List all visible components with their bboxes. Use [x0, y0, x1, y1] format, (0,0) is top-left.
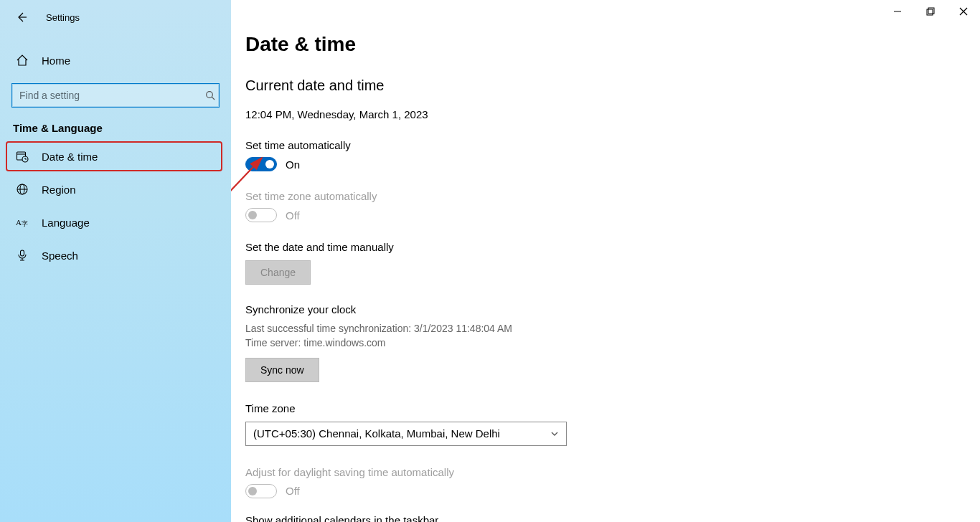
- sidebar-item-speech[interactable]: Speech: [0, 239, 231, 272]
- window-controls: [881, 0, 980, 23]
- search-input[interactable]: [12, 90, 202, 101]
- time-zone-value: (UTC+05:30) Chennai, Kolkata, Mumbai, Ne…: [253, 427, 500, 440]
- dst-state: Off: [286, 485, 300, 497]
- set-time-auto-label: Set time automatically: [245, 139, 966, 151]
- sidebar-item-date-time[interactable]: Date & time: [6, 141, 222, 171]
- set-tz-auto-toggle: [245, 208, 277, 222]
- sidebar-home-label: Home: [42, 54, 70, 67]
- sidebar-item-home[interactable]: Home: [0, 44, 231, 76]
- page-title: Date & time: [245, 33, 966, 56]
- microphone-icon: [16, 249, 29, 262]
- current-datetime-heading: Current date and time: [245, 77, 966, 94]
- svg-rect-11: [21, 250, 24, 256]
- sidebar-item-language[interactable]: A字 Language: [0, 206, 231, 239]
- calendar-clock-icon: [16, 150, 29, 163]
- sidebar-item-label: Language: [42, 217, 90, 229]
- search-icon: [202, 90, 219, 100]
- sidebar-item-label: Speech: [42, 250, 78, 262]
- additional-calendars-label: Show additional calendars in the taskbar: [245, 514, 966, 522]
- globe-icon: [16, 183, 29, 196]
- svg-point-1: [207, 92, 213, 98]
- sync-server: Time server: time.windows.com: [245, 336, 966, 350]
- maximize-button[interactable]: [914, 0, 947, 23]
- svg-text:A: A: [16, 218, 22, 227]
- additional-calendars-section: Show additional calendars in the taskbar: [245, 514, 966, 522]
- time-zone-section: Time zone (UTC+05:30) Chennai, Kolkata, …: [245, 402, 966, 446]
- close-button[interactable]: [947, 0, 980, 23]
- set-tz-auto-state: Off: [286, 209, 300, 222]
- sidebar-item-region[interactable]: Region: [0, 173, 231, 206]
- set-manual-label: Set the date and time manually: [245, 241, 966, 253]
- svg-line-2: [212, 97, 215, 100]
- set-tz-auto-label: Set time zone automatically: [245, 190, 966, 202]
- titlebar-left: Settings: [0, 4, 231, 30]
- sync-clock-section: Synchronize your clock Last successful t…: [245, 303, 966, 382]
- dst-label: Adjust for daylight saving time automati…: [245, 466, 966, 478]
- search-wrap: [0, 76, 231, 108]
- app-root: Settings Home Time & Language Date & tim…: [0, 0, 980, 522]
- search-box[interactable]: [11, 83, 220, 108]
- sidebar: Settings Home Time & Language Date & tim…: [0, 0, 231, 522]
- sync-now-button[interactable]: Sync now: [245, 358, 319, 382]
- svg-rect-13: [927, 9, 933, 15]
- svg-text:字: 字: [22, 220, 28, 227]
- main-panel: Date & time Current date and time 12:04 …: [231, 0, 980, 522]
- chevron-down-icon: [550, 430, 559, 438]
- sync-last-sync: Last successful time synchronization: 3/…: [245, 321, 966, 336]
- change-button: Change: [245, 260, 311, 285]
- svg-rect-14: [928, 8, 934, 14]
- language-icon: A字: [16, 216, 29, 229]
- set-time-auto-state: On: [286, 158, 300, 171]
- dst-toggle: [245, 484, 277, 498]
- set-time-auto-toggle[interactable]: [245, 157, 277, 171]
- set-manual-setting: Set the date and time manually Change: [245, 241, 966, 285]
- set-time-auto-setting: Set time automatically On: [245, 139, 966, 171]
- time-zone-select[interactable]: (UTC+05:30) Chennai, Kolkata, Mumbai, Ne…: [245, 422, 567, 446]
- home-icon: [16, 54, 29, 67]
- sidebar-item-label: Region: [42, 184, 76, 196]
- app-title: Settings: [46, 12, 80, 23]
- set-tz-auto-setting: Set time zone automatically Off: [245, 190, 966, 222]
- back-icon[interactable]: [16, 11, 29, 23]
- current-datetime-value: 12:04 PM, Wednesday, March 1, 2023: [245, 108, 966, 120]
- sidebar-item-label: Date & time: [42, 151, 98, 163]
- dst-section: Adjust for daylight saving time automati…: [245, 466, 966, 498]
- time-zone-label: Time zone: [245, 402, 966, 414]
- sidebar-section-title: Time & Language: [0, 108, 231, 140]
- sync-heading: Synchronize your clock: [245, 303, 966, 315]
- minimize-button[interactable]: [881, 0, 914, 23]
